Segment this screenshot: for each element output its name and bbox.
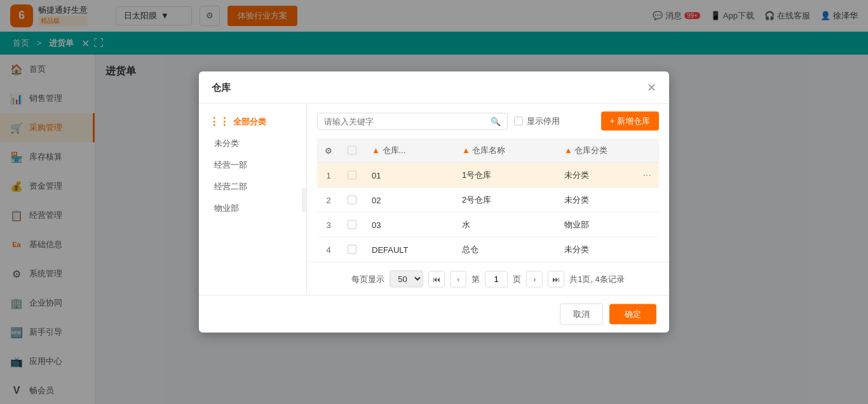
sort-icon: ▲ <box>372 145 380 155</box>
modal-body: ⋮⋮ 全部分类 未分类 经营一部 经营二部 物业部 ‹ <box>199 104 669 295</box>
category-item-ops1[interactable]: 经营一部 <box>199 154 306 176</box>
warehouse-table: ⚙ ▲ 仓库... ▲ 仓库名称 <box>307 138 669 262</box>
per-page-label: 每页显示 <box>351 273 384 285</box>
col-category: ▲ 仓库分类 <box>557 138 659 163</box>
select-all-checkbox[interactable] <box>348 146 356 155</box>
table-row[interactable]: 4 DEFAULT 总仓 未分类 <box>317 237 659 262</box>
search-input[interactable] <box>324 116 491 126</box>
category-dots-icon: ⋮⋮ <box>209 116 229 128</box>
add-warehouse-button[interactable]: + 新增仓库 <box>601 112 659 131</box>
pagination: 每页显示 50 ⏮ ‹ 第 页 › ⏭ 共1页, 4条记录 <box>307 262 669 295</box>
chevron-left-icon: ‹ <box>306 196 307 203</box>
modal-footer: 取消 确定 <box>199 295 669 333</box>
table-row[interactable]: 2 02 2号仓库 未分类 <box>317 187 659 212</box>
prev-page-button[interactable]: ‹ <box>450 271 466 287</box>
row-name: 1号仓库 <box>454 163 557 187</box>
cancel-button[interactable]: 取消 <box>560 304 603 325</box>
row-select-checkbox[interactable] <box>348 196 356 205</box>
col-settings: ⚙ <box>317 138 340 163</box>
table-row[interactable]: 1 01 1号仓库 未分类 ··· <box>317 163 659 187</box>
col-checkbox <box>340 138 364 163</box>
all-category-button[interactable]: ⋮⋮ 全部分类 <box>199 111 306 133</box>
row-code: 01 <box>364 163 454 187</box>
row-checkbox[interactable] <box>340 237 364 262</box>
row-num: 2 <box>317 187 340 212</box>
category-label-ops1: 经营一部 <box>214 160 247 170</box>
row-name: 总仓 <box>454 237 557 262</box>
per-page-select[interactable]: 50 <box>390 271 423 288</box>
row-category: 未分类 <box>557 237 659 262</box>
category-panel: ⋮⋮ 全部分类 未分类 经营一部 经营二部 物业部 ‹ <box>199 104 307 295</box>
category-label-ops2: 经营二部 <box>214 182 247 191</box>
category-item-unclassified[interactable]: 未分类 <box>199 133 306 154</box>
last-page-button[interactable]: ⏭ <box>548 271 564 287</box>
row-num: 4 <box>317 237 340 262</box>
warehouse-modal: 仓库 ✕ ⋮⋮ 全部分类 未分类 经营一部 经营二部 物业部 ‹ <box>199 72 669 333</box>
first-page-button[interactable]: ⏮ <box>428 271 445 287</box>
all-category-label: 全部分类 <box>233 116 266 127</box>
row-category: 物业部 <box>557 212 659 237</box>
modal-close-button[interactable]: ✕ <box>647 81 656 95</box>
total-info: 共1页, 4条记录 <box>569 273 625 285</box>
sort-icon-name: ▲ <box>462 145 470 155</box>
category-item-property[interactable]: 物业部 <box>199 198 306 219</box>
table-row[interactable]: 3 03 水 物业部 <box>317 212 659 237</box>
row-checkbox[interactable] <box>340 187 364 212</box>
sort-icon-cat: ▲ <box>564 145 573 155</box>
row-num: 1 <box>317 163 340 187</box>
show-disabled-checkbox[interactable] <box>514 117 523 126</box>
confirm-button[interactable]: 确定 <box>609 304 656 325</box>
row-code: 03 <box>364 212 454 237</box>
show-disabled-toggle[interactable]: 显示停用 <box>514 116 560 127</box>
search-box: 🔍 <box>317 112 508 130</box>
category-item-ops2[interactable]: 经营二部 <box>199 176 306 198</box>
row-select-checkbox[interactable] <box>348 220 356 229</box>
row-checkbox[interactable] <box>340 163 364 187</box>
row-name: 2号仓库 <box>454 187 557 212</box>
collapse-category-button[interactable]: ‹ <box>302 188 307 211</box>
row-code: DEFAULT <box>364 237 454 262</box>
search-icon[interactable]: 🔍 <box>491 116 501 126</box>
row-name: 水 <box>454 212 557 237</box>
row-checkbox[interactable] <box>340 212 364 237</box>
col-name: ▲ 仓库名称 <box>454 138 557 163</box>
table-toolbar: 🔍 显示停用 + 新增仓库 <box>307 104 669 138</box>
modal-header: 仓库 ✕ <box>199 72 669 104</box>
page-input[interactable] <box>485 271 508 287</box>
category-label-property: 物业部 <box>214 203 239 213</box>
page-unit: 页 <box>513 273 521 285</box>
category-label-unclassified: 未分类 <box>214 138 239 148</box>
show-disabled-label: 显示停用 <box>527 116 560 127</box>
page-label: 第 <box>471 273 480 285</box>
row-category: 未分类 ··· <box>557 163 659 187</box>
table-panel: 🔍 显示停用 + 新增仓库 ⚙ <box>307 104 669 295</box>
table-header-row: ⚙ ▲ 仓库... ▲ 仓库名称 <box>317 138 659 163</box>
row-code: 02 <box>364 187 454 212</box>
row-select-checkbox[interactable] <box>348 245 356 254</box>
row-select-checkbox[interactable] <box>348 171 356 180</box>
row-actions-button[interactable]: ··· <box>643 170 651 181</box>
row-num: 3 <box>317 212 340 237</box>
next-page-button[interactable]: › <box>526 271 543 287</box>
row-category: 未分类 <box>557 187 659 212</box>
col-code: ▲ 仓库... <box>364 138 454 163</box>
modal-title: 仓库 <box>212 81 231 93</box>
